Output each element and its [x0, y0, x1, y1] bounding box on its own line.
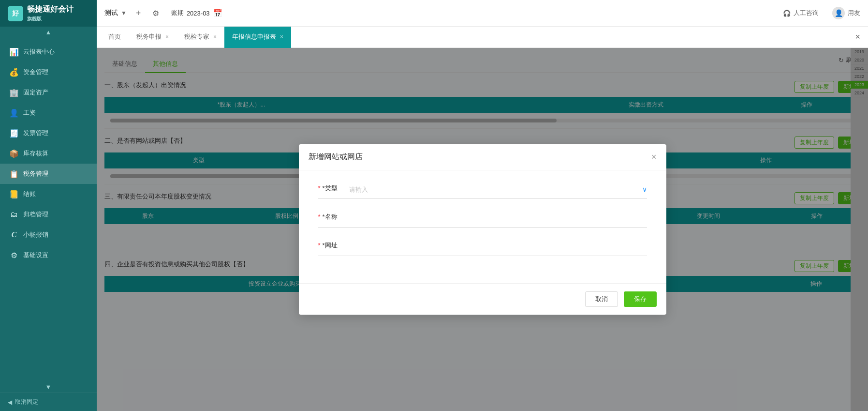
close-all-tabs-button[interactable]: ×: [851, 32, 864, 42]
add-company-button[interactable]: +: [132, 7, 144, 19]
calendar-icon[interactable]: 📅: [213, 9, 222, 18]
url-label: **网址: [318, 241, 338, 250]
tab-home[interactable]: 首页: [101, 27, 129, 48]
app-logo: 好 畅捷通好会计 旗舰版: [0, 0, 97, 27]
guidang-icon: 🗂: [10, 210, 18, 219]
xiaochang-icon: C: [10, 230, 18, 239]
period-value: 2023-03: [187, 10, 210, 17]
tab-shuiwu-shenb[interactable]: 税务申报 ×: [129, 27, 177, 48]
sidebar-item-jiezhang[interactable]: 📒 结账: [0, 184, 97, 204]
gongzi-icon: 👤: [10, 108, 18, 117]
modal-overlay: 新增网站或网店 × **类型 ∨: [97, 48, 868, 411]
sidebar-item-kucun[interactable]: 📦 库存核算: [0, 143, 97, 164]
tab-nianbao[interactable]: 年报信息申报表 ×: [224, 27, 291, 48]
sidebar-scroll-down[interactable]: ▼: [0, 381, 97, 393]
sidebar-item-guidang[interactable]: 🗂 归档管理: [0, 204, 97, 225]
zijin-icon: 💰: [10, 68, 18, 76]
company-dropdown-arrow: ▼: [121, 10, 127, 16]
page-content: 基础信息 其他信息 ↻ 刷新 复制上年度 新增 一、股东（发起人: [97, 48, 868, 411]
type-dropdown-arrow[interactable]: ∨: [642, 185, 647, 193]
sidebar: 好 畅捷通好会计 旗舰版 ▲ 📊 云报表中心 💰 资金管理 🏢 固定资产 👤: [0, 0, 97, 411]
modal-body: **类型 ∨ **名称: [299, 170, 666, 283]
jiezhang-icon: 📒: [10, 190, 18, 198]
user-avatar: 👤: [832, 7, 845, 19]
tab-shuijian[interactable]: 税检专家 ×: [177, 27, 224, 48]
modal-footer: 取消 保存: [299, 283, 666, 315]
period-label: 账期: [171, 9, 184, 17]
type-input[interactable]: [349, 186, 638, 193]
name-label: **名称: [318, 213, 338, 221]
sidebar-item-gudingzichan[interactable]: 🏢 固定资产: [0, 82, 97, 103]
modal-add-website: 新增网站或网店 × **类型 ∨: [299, 144, 666, 315]
sidebar-unpin-footer[interactable]: ◀ 取消固定: [0, 393, 97, 411]
sidebar-item-xiaochang[interactable]: C 小畅报销: [0, 225, 97, 245]
tab-close-nianbao[interactable]: ×: [280, 33, 283, 40]
modal-close-button[interactable]: ×: [651, 152, 657, 162]
tab-close-shuijian[interactable]: ×: [213, 33, 217, 40]
company-selector[interactable]: 测试 ▼: [104, 9, 127, 17]
main-content: 测试 ▼ + ⚙ 账期 2023-03 📅 🎧 人工咨询 👤 用友: [97, 0, 868, 411]
modal-title: 新增网站或网店: [309, 152, 363, 162]
tabs-bar: 首页 税务申报 × 税检专家 × 年报信息申报表 × ×: [97, 27, 868, 48]
service-icon: 🎧: [783, 10, 791, 17]
fapiao-icon: 🧾: [10, 129, 18, 137]
cancel-button[interactable]: 取消: [585, 291, 618, 307]
save-button[interactable]: 保存: [624, 291, 657, 307]
yunbaobiao-icon: 📊: [10, 47, 18, 56]
kucun-icon: 📦: [10, 149, 18, 158]
form-item-url: **网址: [318, 241, 647, 256]
shuiwu-icon: 📋: [10, 169, 18, 178]
sidebar-nav: 📊 云报表中心 💰 资金管理 🏢 固定资产 👤 工资 🧾 发票管理 📦: [0, 38, 97, 381]
logo-text: 畅捷通好会计 旗舰版: [27, 4, 74, 22]
logo-icon: 好: [8, 6, 23, 21]
settings-button[interactable]: ⚙: [150, 7, 162, 19]
sidebar-scroll-up[interactable]: ▲: [0, 27, 97, 38]
sidebar-item-jichu[interactable]: ⚙ 基础设置: [0, 245, 97, 265]
company-name: 测试: [104, 9, 118, 17]
form-item-name: **名称: [318, 213, 647, 228]
sidebar-item-fapiao[interactable]: 🧾 发票管理: [0, 123, 97, 143]
jichu-icon: ⚙: [10, 251, 18, 259]
form-row-url: **网址: [318, 241, 647, 256]
gudingzichan-icon: 🏢: [10, 88, 18, 97]
service-button[interactable]: 🎧 人工咨询: [783, 9, 819, 17]
user-menu[interactable]: 👤 用友: [832, 7, 860, 19]
modal-header: 新增网站或网店 ×: [299, 144, 666, 170]
sidebar-item-yunbaobiao[interactable]: 📊 云报表中心: [0, 42, 97, 62]
form-item-type: **类型 ∨: [318, 184, 647, 199]
form-row-type: **类型 ∨: [318, 184, 647, 199]
form-row-name: **名称: [318, 213, 647, 228]
name-input[interactable]: [349, 214, 647, 222]
sidebar-item-gongzi[interactable]: 👤 工资: [0, 103, 97, 123]
period-display: 账期 2023-03 📅: [171, 9, 222, 18]
tab-close-shuiwu[interactable]: ×: [165, 33, 169, 40]
type-label: **类型: [318, 184, 338, 193]
sidebar-item-zijin[interactable]: 💰 资金管理: [0, 62, 97, 82]
url-input[interactable]: [349, 243, 647, 250]
topbar: 测试 ▼ + ⚙ 账期 2023-03 📅 🎧 人工咨询 👤 用友: [97, 0, 868, 27]
unpin-icon: ◀: [8, 399, 12, 406]
sidebar-item-shuiwu[interactable]: 📋 税务管理: [0, 164, 97, 184]
